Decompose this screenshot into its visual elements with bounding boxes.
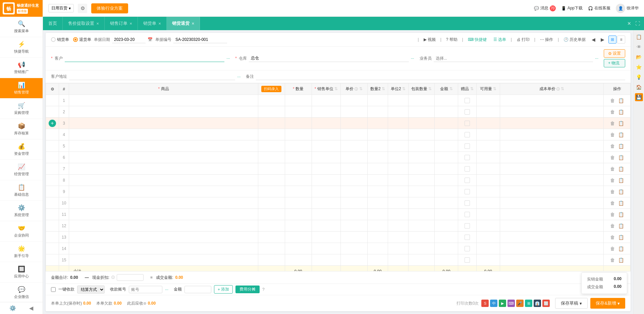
delete-row-btn-4[interactable]: 🗑 (609, 132, 616, 137)
td-avail-15[interactable] (476, 254, 500, 266)
discount-info-icon[interactable]: ⓘ (111, 275, 115, 280)
td-price-10[interactable] (340, 197, 367, 209)
td-qty-14[interactable] (285, 243, 312, 254)
td-pack-qty-4[interactable] (409, 129, 435, 140)
td-price-1[interactable] (340, 95, 367, 106)
td-avail-10[interactable] (476, 197, 500, 209)
td-gift-14[interactable] (458, 243, 476, 254)
warehouse-input[interactable] (249, 55, 409, 62)
td-unit-11[interactable] (312, 209, 340, 220)
copy-row-btn-6[interactable]: 📋 (617, 155, 625, 160)
td-price-2[interactable] (340, 106, 367, 118)
td-qty2-8[interactable] (367, 175, 388, 186)
td-avail-4[interactable] (476, 129, 500, 140)
maximize-tab-button[interactable]: ⛶ (634, 20, 641, 27)
td-unit2-1[interactable] (388, 95, 409, 106)
td-amount-9[interactable] (435, 186, 458, 197)
td-goods-3[interactable] (69, 118, 258, 129)
td-gift-8[interactable] (458, 175, 476, 186)
delete-row-btn-13[interactable]: 🗑 (609, 235, 616, 240)
shortcut-btn[interactable]: ⌨ 快捷键 (466, 36, 489, 43)
td-avail-9[interactable] (476, 186, 500, 197)
tab-price-set-close[interactable]: ✕ (96, 22, 99, 25)
td-goods-4[interactable] (69, 129, 258, 140)
td-price-14[interactable] (340, 243, 367, 254)
td-gift-1[interactable] (458, 95, 476, 106)
gift-checkbox-8[interactable] (465, 178, 470, 183)
td-unit-9[interactable] (312, 186, 340, 197)
td-unit-1[interactable] (312, 95, 340, 106)
td-price-9[interactable] (340, 186, 367, 197)
td-avail-12[interactable] (476, 220, 500, 232)
td-qty2-2[interactable] (367, 106, 388, 118)
save-new-button[interactable]: 保存&新增 ▾ (590, 298, 625, 309)
td-qty2-6[interactable] (367, 152, 388, 163)
goods-input-10[interactable] (72, 201, 255, 205)
prev-doc-btn[interactable]: ◀ (590, 36, 597, 43)
td-price-13[interactable] (340, 232, 367, 243)
print-btn[interactable]: 🖨 打印 (515, 36, 532, 43)
td-unit2-15[interactable] (388, 254, 409, 266)
td-qty2-15[interactable] (367, 254, 388, 266)
td-unit2-4[interactable] (388, 129, 409, 140)
td-qty-5[interactable] (285, 140, 312, 152)
td-cost-price-2[interactable] (500, 106, 603, 118)
green-tool-btn[interactable]: ▶ (499, 300, 506, 307)
copy-row-btn-9[interactable]: 📋 (617, 189, 625, 194)
copy-row-btn-8[interactable]: 📋 (617, 178, 625, 183)
goods-input-14[interactable] (72, 246, 255, 251)
copy-row-btn-14[interactable]: 📋 (617, 246, 625, 251)
online-service-button[interactable]: 🎧 在线客服 (588, 5, 610, 11)
gift-checkbox-13[interactable] (465, 235, 470, 240)
goods-input-5[interactable] (72, 144, 255, 148)
td-price-15[interactable] (340, 254, 367, 266)
td-unit-12[interactable] (312, 220, 340, 232)
copy-row-btn-13[interactable]: 📋 (617, 235, 625, 240)
td-cost-price-10[interactable] (500, 197, 603, 209)
goods-input-2[interactable] (72, 110, 255, 114)
td-unit-15[interactable] (312, 254, 340, 266)
tab-sale-delivery-close[interactable]: ✕ (158, 22, 161, 25)
goods-input-15[interactable] (72, 258, 255, 262)
sidebar-item-purchase[interactable]: 🛒 采购管理 (0, 99, 43, 119)
td-gift-7[interactable] (458, 163, 476, 175)
tab-price-set[interactable]: 售价提取设置 ✕ (63, 17, 105, 30)
td-qty-7[interactable] (285, 163, 312, 175)
td-amount-5[interactable] (435, 140, 458, 152)
close-tab-button[interactable]: ✕ (626, 20, 633, 27)
td-price-3[interactable] (340, 118, 367, 129)
delete-row-btn-7[interactable]: 🗑 (609, 166, 616, 172)
td-avail-7[interactable] (476, 163, 500, 175)
td-unit2-6[interactable] (388, 152, 409, 163)
td-pack-qty-3[interactable] (409, 118, 435, 129)
goods-input-9[interactable] (72, 189, 255, 194)
td-unit2-5[interactable] (388, 140, 409, 152)
td-amount-11[interactable] (435, 209, 458, 220)
copy-row-btn-12[interactable]: 📋 (617, 223, 625, 229)
td-gift-12[interactable] (458, 220, 476, 232)
goods-input-4[interactable] (72, 132, 255, 137)
td-pack-qty-13[interactable] (409, 232, 435, 243)
td-qty-3[interactable] (285, 118, 312, 129)
tab-home[interactable]: 首页 (43, 17, 63, 30)
copy-row-btn-5[interactable]: 📋 (617, 143, 625, 149)
td-goods-8[interactable] (69, 175, 258, 186)
td-qty-1[interactable] (285, 95, 312, 106)
salesperson-more-btn[interactable]: ··· (595, 56, 598, 61)
delete-row-btn-15[interactable]: 🗑 (609, 257, 616, 263)
sidebar-item-wechat[interactable]: 💬 企业微信 (0, 282, 43, 302)
help-btn[interactable]: ? 帮助 (444, 36, 460, 43)
sidebar-item-system[interactable]: ⚙️ 系统管理 (0, 201, 43, 221)
td-amount-6[interactable] (435, 152, 458, 163)
calendar-icon[interactable]: 📅 (148, 37, 153, 42)
gift-checkbox-3[interactable] (465, 121, 470, 126)
sidebar-item-newbie[interactable]: 🌟 新手引导 (0, 242, 43, 262)
td-unit2-3[interactable] (388, 118, 409, 129)
discount-input[interactable] (117, 274, 144, 281)
td-cost-price-3[interactable] (500, 118, 603, 129)
customer-more-btn[interactable]: ··· (226, 56, 230, 61)
gift-checkbox-12[interactable] (465, 223, 470, 229)
td-cost-price-13[interactable] (500, 232, 603, 243)
rqp-btn-6[interactable]: 🏠 (635, 83, 643, 91)
delete-row-btn-14[interactable]: 🗑 (609, 246, 616, 251)
